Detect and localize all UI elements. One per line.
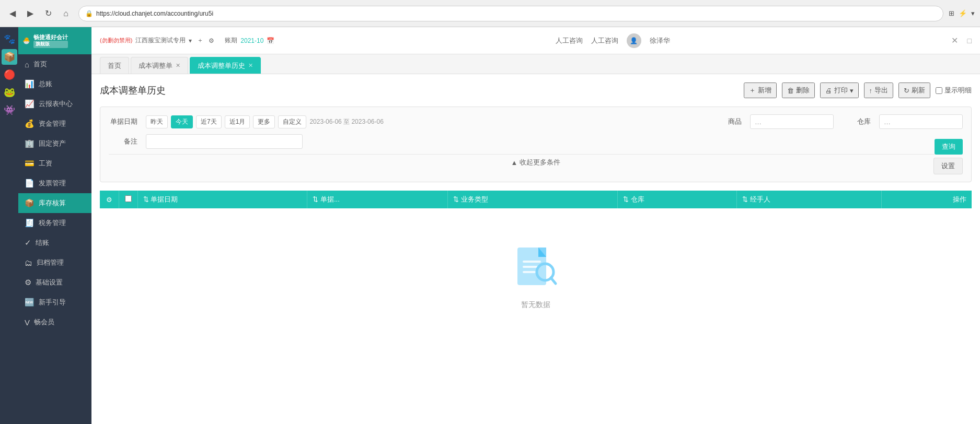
icon-bar-item2[interactable]: 🐸 xyxy=(2,85,17,100)
filter-row-date: 单据日期 昨天 今天 近7天 近1月 更多 自定义 2023-06-06 至 2… xyxy=(109,114,963,129)
filter-area: 单据日期 昨天 今天 近7天 近1月 更多 自定义 2023-06-06 至 2… xyxy=(100,107,972,182)
help-link[interactable]: 人工咨询 xyxy=(556,36,583,45)
sidebar-item-guide[interactable]: 🆕 新手引导 xyxy=(18,292,91,312)
display-cols-input[interactable] xyxy=(936,87,942,94)
calendar-icon[interactable]: 📅 xyxy=(267,37,274,44)
delete-button[interactable]: 🗑 删除 xyxy=(782,83,815,98)
display-cols-checkbox[interactable]: 显示明细 xyxy=(936,86,972,95)
col-settings[interactable]: ⚙ xyxy=(100,191,119,208)
company-selector[interactable]: (勿删勿禁用) 江西服宝测试专用 ▾ ＋ ⚙ xyxy=(100,36,214,45)
period-label: 账期 xyxy=(225,36,237,45)
sidebar-item-tax[interactable]: 🧾 税务管理 xyxy=(18,213,91,233)
address-bar[interactable]: 🔒 https://cloud.chanjet.com/accounting/u… xyxy=(78,6,943,21)
col-checkbox[interactable] xyxy=(119,191,137,208)
icon-bar: 🐾 📦 🔴 🐸 👾 xyxy=(0,27,18,424)
tab-cost-adjust-close[interactable]: ✕ xyxy=(176,62,180,69)
assets-icon: 🏢 xyxy=(25,139,34,148)
goods-filter-label: 商品 xyxy=(713,117,742,126)
col-warehouse[interactable]: ⇅ 仓库 xyxy=(617,191,736,208)
main-content: (勿删勿禁用) 江西服宝测试专用 ▾ ＋ ⚙ 账期 2021-10 📅 人工咨询… xyxy=(91,27,980,424)
date-btn-yesterday[interactable]: 昨天 xyxy=(146,115,168,128)
page-title-bar: 成本调整单历史 ＋ + 新增 新增 🗑 删除 🖨 打印 ▾ xyxy=(100,83,972,98)
sidebar-item-cloud-report[interactable]: 📈 云报表中心 xyxy=(18,94,91,114)
no-data-illustration xyxy=(510,240,562,292)
icon-bar-active[interactable]: 📦 xyxy=(2,49,17,65)
edition-badge: 旗舰版 xyxy=(33,41,68,48)
date-range-display: 2023-06-06 至 2023-06-06 xyxy=(309,117,383,126)
table-header: ⚙ ⇅ 单据日期 ⇅ 单据... ⇅ 业务类型 xyxy=(100,191,972,208)
add-company-icon[interactable]: ＋ xyxy=(197,36,203,45)
sidebar-item-ledger[interactable]: 📊 总账 xyxy=(18,74,91,94)
query-button[interactable]: 查询 xyxy=(935,139,963,155)
date-btn-today[interactable]: 今天 xyxy=(171,115,193,128)
sidebar-item-salary[interactable]: 💳 工资 xyxy=(18,154,91,173)
col-date[interactable]: ⇅ 单据日期 xyxy=(137,191,307,208)
back-button[interactable]: ◀ xyxy=(5,6,20,21)
sidebar-item-finance[interactable]: 💰 资金管理 xyxy=(18,114,91,134)
goods-placeholder: … xyxy=(755,118,762,126)
svg-rect-4 xyxy=(523,266,538,268)
sidebar-label-tax: 税务管理 xyxy=(39,218,66,228)
empty-state: 暂无数据 xyxy=(100,208,972,341)
sidebar-item-settings[interactable]: ⚙ 基础设置 xyxy=(18,273,91,292)
warehouse-placeholder: … xyxy=(884,118,891,126)
date-btn-custom[interactable]: 自定义 xyxy=(278,115,306,128)
salary-icon: 💳 xyxy=(25,159,34,168)
user-name[interactable]: 徐泽华 xyxy=(650,36,670,45)
date-btn-7days[interactable]: 近7天 xyxy=(196,115,222,128)
warehouse-filter-label: 仓库 xyxy=(842,117,871,126)
manage-company-icon[interactable]: ⚙ xyxy=(209,37,214,44)
settings-button[interactable]: 设置 xyxy=(933,158,963,174)
sidebar-item-home[interactable]: ⌂ 首页 xyxy=(18,54,91,74)
col-handler[interactable]: ⇅ 经手人 xyxy=(737,191,882,208)
col-number[interactable]: ⇅ 单据... xyxy=(307,191,448,208)
forward-button[interactable]: ▶ xyxy=(23,6,38,21)
window-min-button[interactable]: □ xyxy=(967,37,972,45)
sort-icon-number: ⇅ xyxy=(313,195,318,203)
select-all-checkbox[interactable] xyxy=(125,195,132,202)
cloud-report-icon: 📈 xyxy=(25,99,34,109)
home-button[interactable]: ⌂ xyxy=(59,6,73,21)
date-filter-label: 单据日期 xyxy=(109,117,137,126)
tab-cost-adjust[interactable]: 成本调整单 ✕ xyxy=(131,57,188,74)
export-button[interactable]: ↑ 导出 xyxy=(864,83,894,98)
date-btn-1month[interactable]: 近1月 xyxy=(225,115,250,128)
lock-icon: 🔒 xyxy=(85,10,93,17)
tab-cost-adjust-label: 成本调整单 xyxy=(139,61,172,70)
print-button[interactable]: 🖨 打印 ▾ xyxy=(820,83,859,98)
sort-icon-handler: ⇅ xyxy=(742,195,748,203)
date-btn-more[interactable]: 更多 xyxy=(253,115,275,128)
col-business-type[interactable]: ⇅ 业务类型 xyxy=(448,191,618,208)
sidebar-item-close-account[interactable]: ✓ 结账 xyxy=(18,233,91,253)
user-avatar[interactable]: 👤 xyxy=(627,33,641,48)
refresh-button[interactable]: ↻ xyxy=(41,6,55,21)
window-close-button[interactable]: ✕ xyxy=(951,36,958,45)
export-icon: ↑ xyxy=(869,87,873,95)
sidebar-item-invoice[interactable]: 📄 发票管理 xyxy=(18,173,91,193)
ledger-icon: 📊 xyxy=(25,79,34,89)
col-actions: 操作 xyxy=(882,191,972,208)
sidebar-label-invoice: 发票管理 xyxy=(39,179,66,188)
sidebar-label-inventory: 库存核算 xyxy=(39,198,66,208)
tab-cost-adjust-history-close[interactable]: ✕ xyxy=(248,62,253,69)
new-button[interactable]: ＋ + 新增 新增 xyxy=(744,83,777,98)
sidebar-label-home: 首页 xyxy=(33,60,47,69)
help-label-text[interactable]: 人工咨询 xyxy=(591,36,618,45)
sidebar-item-vip[interactable]: V 畅会员 xyxy=(18,312,91,332)
icon-bar-item1[interactable]: 🔴 xyxy=(2,67,17,83)
sidebar-label-guide: 新手引导 xyxy=(39,298,66,307)
sidebar-item-inventory[interactable]: 📦 库存核算 xyxy=(18,193,91,213)
tab-cost-adjust-history[interactable]: 成本调整单历史 ✕ xyxy=(190,57,261,74)
sidebar-label-vip: 畅会员 xyxy=(34,317,54,327)
warehouse-select-button[interactable]: … xyxy=(879,114,963,129)
refresh-button[interactable]: ↻ 刷新 xyxy=(898,83,930,98)
sidebar-item-archive[interactable]: 🗂 归档管理 xyxy=(18,253,91,273)
extensions-icon: ⊞ xyxy=(949,9,954,17)
vip-icon: V xyxy=(25,318,30,327)
top-bar: (勿删勿禁用) 江西服宝测试专用 ▾ ＋ ⚙ 账期 2021-10 📅 人工咨询… xyxy=(91,27,980,54)
tab-home[interactable]: 首页 xyxy=(100,57,129,74)
date-filter-group: 昨天 今天 近7天 近1月 更多 自定义 2023-06-06 至 2023-0… xyxy=(146,115,384,128)
sidebar-item-assets[interactable]: 🏢 固定资产 xyxy=(18,134,91,154)
icon-bar-item3[interactable]: 👾 xyxy=(2,102,17,118)
goods-select-button[interactable]: … xyxy=(750,114,834,129)
